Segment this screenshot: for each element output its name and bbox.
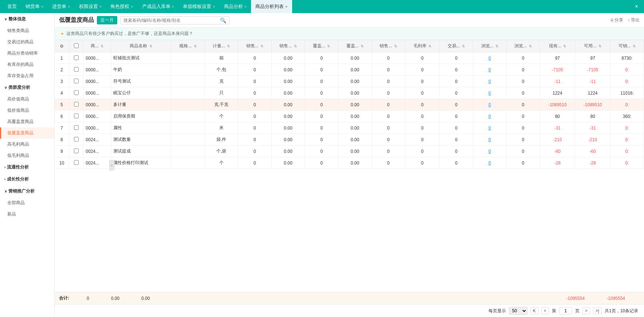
row-browse1-6[interactable]: 0 [473, 122, 506, 134]
col-spec[interactable]: 规格... ⇅ [171, 40, 205, 52]
sidebar-item-high-value[interactable]: 高价值商品 [0, 94, 54, 105]
sidebar-item-low-margin[interactable]: 低毛利商品 [0, 150, 54, 161]
row-checkbox-1[interactable] [69, 64, 83, 76]
sidebar-item-high-coverage[interactable]: 高覆盖度商品 [0, 116, 54, 127]
sidebar-section-growth[interactable]: › 成长性分析 [0, 173, 54, 185]
sidebar-section-overall[interactable]: ∨ 整体信息 [0, 13, 54, 25]
sidebar-section-marketing[interactable]: ∨ 营销推广分析 [0, 185, 54, 197]
col-sales-extra[interactable]: 销售... ⇅ [372, 40, 405, 52]
row-browse1-0[interactable]: 0 [473, 52, 506, 64]
row-browse1-4[interactable]: 0 [473, 99, 506, 111]
sidebar-item-traded-products[interactable]: 交易过的商品 [0, 36, 54, 48]
col-available[interactable]: 可用... ⇅ [575, 40, 610, 52]
search-icon[interactable]: 🔍 [220, 17, 226, 23]
sidebar-item-inventory-funds[interactable]: 库存资金占用 [0, 70, 54, 82]
nav-close-purchase[interactable]: × [68, 4, 70, 9]
search-input[interactable] [123, 18, 220, 23]
next-page-button[interactable]: > [582, 307, 590, 314]
nav-close-role[interactable]: × [131, 4, 133, 9]
col-coverage2[interactable]: 覆盖... ⇅ [338, 40, 372, 52]
sidebar-item-low-coverage[interactable]: 低覆盖度商品 [0, 127, 54, 139]
nav-item-role[interactable]: 角色授权 × [106, 0, 137, 13]
row-sales-qty-6: 0 [238, 122, 271, 134]
row-select-checkbox-3[interactable] [74, 90, 79, 95]
col-checkbox[interactable] [69, 40, 83, 52]
row-browse1-8[interactable]: 0 [473, 146, 506, 157]
nav-close-product-analysis-list[interactable]: × [285, 4, 287, 9]
nav-close-production[interactable]: × [172, 4, 174, 9]
nav-item-home[interactable]: 首页 [3, 0, 21, 13]
nav-item-production[interactable]: 产成品入库单 × [138, 0, 178, 13]
nav-item-sales[interactable]: 销货单 × [21, 0, 48, 13]
first-page-button[interactable]: K [530, 307, 538, 314]
period-button[interactable]: 近一月 [97, 16, 117, 24]
window-close-button[interactable]: × [632, 3, 641, 10]
nav-item-product-analysis-list[interactable]: 商品分析列表 × [251, 0, 292, 13]
sidebar-item-low-value[interactable]: 低价值商品 [0, 105, 54, 116]
row-checkbox-9[interactable] [69, 157, 83, 169]
col-sales-qty[interactable]: 销售... ⇅ [238, 40, 271, 52]
sidebar-item-new-products[interactable]: 新品 [0, 209, 54, 220]
sidebar-item-high-margin[interactable]: 高毛利商品 [0, 139, 54, 150]
col-code[interactable]: 商... ⇅ [83, 40, 111, 52]
footer-sales-qty: 0 [87, 296, 89, 301]
nav-item-purchase[interactable]: 进货单 × [48, 0, 74, 13]
col-browse1[interactable]: 浏览... ⇅ [473, 40, 506, 52]
row-checkbox-5[interactable] [69, 111, 83, 122]
col-settings[interactable]: ⚙ [55, 40, 69, 52]
row-browse1-5[interactable]: 0 [473, 111, 506, 122]
col-name[interactable]: 商品名称 ⇅ [111, 40, 171, 52]
row-checkbox-7[interactable] [69, 134, 83, 146]
col-current-stock[interactable]: 现有... ⇅ [540, 40, 575, 52]
sidebar-item-stocked-products[interactable]: 有库存的商品 [0, 59, 54, 70]
col-trade[interactable]: 交易... ⇅ [440, 40, 473, 52]
prev-page-button[interactable]: < [541, 307, 549, 314]
row-select-checkbox-5[interactable] [74, 114, 79, 118]
nav-item-permission[interactable]: 权限设置 × [75, 0, 106, 13]
nav-close-sales[interactable]: × [41, 4, 43, 9]
page-size-select[interactable]: 50 100 200 [509, 307, 527, 315]
row-available-4: -1089510 [575, 99, 610, 111]
row-checkbox-8[interactable] [69, 146, 83, 157]
row-browse1-7[interactable]: 0 [473, 134, 506, 146]
row-checkbox-4[interactable] [69, 99, 83, 111]
row-select-checkbox-4[interactable] [74, 102, 79, 107]
export-button[interactable]: ↑ 导出 [628, 17, 640, 23]
row-browse1-1[interactable]: 0 [473, 64, 506, 76]
sidebar-item-sales-products[interactable]: 销售类商品 [0, 25, 54, 36]
col-saleable[interactable]: 可销... ⇅ [610, 40, 644, 52]
row-checkbox-3[interactable] [69, 87, 83, 99]
row-select-checkbox-9[interactable] [74, 160, 79, 165]
sidebar-item-all-products[interactable]: 全部商品 [0, 197, 54, 209]
row-select-checkbox-1[interactable] [74, 67, 79, 72]
row-select-checkbox-6[interactable] [74, 125, 79, 130]
col-coverage1[interactable]: 覆盖... ⇅ [305, 40, 338, 52]
row-select-checkbox-2[interactable] [74, 79, 79, 83]
nav-item-template[interactable]: 单据模板设置 × [178, 0, 219, 13]
sidebar-section-liquidity[interactable]: › 流通性分析 [0, 161, 54, 173]
nav-item-product-analysis[interactable]: 商品分析 × [220, 0, 251, 13]
nav-close-product-analysis[interactable]: × [244, 4, 247, 9]
nav-close-template[interactable]: × [213, 4, 215, 9]
row-select-checkbox-7[interactable] [74, 137, 79, 142]
col-sales-amt[interactable]: 销售... ⇅ [271, 40, 305, 52]
page-number-input[interactable] [559, 307, 572, 314]
row-checkbox-6[interactable] [69, 122, 83, 134]
last-page-button[interactable]: >| [593, 307, 602, 314]
row-browse1-3[interactable]: 0 [473, 87, 506, 99]
sidebar-item-category-sales-rate[interactable]: 商品分类动销率 [0, 48, 54, 59]
col-browse2[interactable]: 浏览... ⇅ [506, 40, 540, 52]
col-gross-margin[interactable]: 毛利率 ⇅ [405, 40, 440, 52]
row-select-checkbox-0[interactable] [74, 55, 79, 60]
row-select-checkbox-8[interactable] [74, 148, 79, 153]
sidebar-section-cluster[interactable]: ∨ 类群度分析 [0, 82, 54, 94]
select-all-checkbox[interactable] [74, 43, 79, 48]
row-checkbox-2[interactable] [69, 76, 83, 87]
col-unit[interactable]: 计量... ⇅ [205, 40, 238, 52]
row-checkbox-0[interactable] [69, 52, 83, 64]
row-browse1-2[interactable]: 0 [473, 76, 506, 87]
nav-close-permission[interactable]: × [99, 4, 102, 9]
share-button[interactable]: ⎘ 分享 [611, 17, 623, 23]
sidebar-collapse-button[interactable]: « [109, 160, 114, 170]
row-browse1-9[interactable]: 0 [473, 157, 506, 169]
